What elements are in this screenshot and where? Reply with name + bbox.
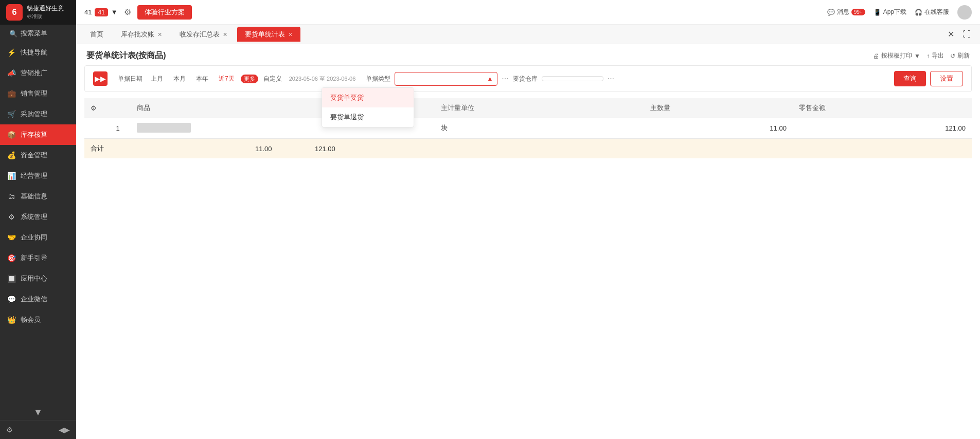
page-header: 要货单统计表(按商品) 🖨 按模板打印 ▼ ↑ 导出 ↺ 刷新 <box>76 44 980 65</box>
shortcut-more-badge[interactable]: 更多 <box>241 75 258 83</box>
sidebar-item-purchase[interactable]: 🛒 采购管理 <box>0 104 76 124</box>
warehouse-more-btn[interactable]: ··· <box>608 74 614 83</box>
sidebar-item-guide[interactable]: 🎯 新手引导 <box>0 248 76 268</box>
tab-order-close[interactable]: ✕ <box>288 31 293 38</box>
online-service-btn[interactable]: 🎧 在线客服 <box>915 8 949 16</box>
messages-label: 消息 <box>837 8 849 16</box>
print-label: 按模板打印 <box>881 51 912 60</box>
row-settings-cell <box>84 118 105 138</box>
tabs-close-all-btn[interactable]: ✕ <box>945 28 957 40</box>
sidebar-item-label: 基础信息 <box>21 192 47 201</box>
tab-collect-close[interactable]: ✕ <box>223 31 227 38</box>
tabs-bar: 首页 库存批次账 ✕ 收发存汇总表 ✕ 要货单统计表 ✕ ✕ ⛶ <box>76 25 980 44</box>
sidebar-item-finance[interactable]: 💰 资金管理 <box>0 145 76 166</box>
date-filter-label: 单据日期 <box>118 75 142 83</box>
filter-more-btn[interactable]: ··· <box>502 74 508 83</box>
main-area: 41 41 ▼ ⚙ 体验行业方案 💬 消息 99+ 📱 App下载 🎧 在线客服 <box>76 0 980 439</box>
sidebar-item-operations[interactable]: 📊 经营管理 <box>0 166 76 186</box>
app-download-btn[interactable]: 📱 App下载 <box>874 8 906 16</box>
refresh-btn[interactable]: ↺ 刷新 <box>950 51 970 60</box>
store-selector[interactable]: 41 41 ▼ <box>84 8 118 16</box>
sidebar-item-inventory[interactable]: 📦 库存核算 <box>0 124 76 145</box>
finance-icon: 💰 <box>6 150 16 160</box>
tab-batch[interactable]: 库存批次账 ✕ <box>113 27 170 42</box>
voucher-type-group: 单据类型 ▲ ··· 要货仓库 ··· <box>366 72 884 86</box>
dropdown-item-label: 要货单要货 <box>330 94 364 101</box>
sidebar-item-label: 资金管理 <box>21 151 47 160</box>
col-index-header <box>105 98 131 118</box>
tab-batch-close[interactable]: ✕ <box>157 31 162 38</box>
sidebar-item-system[interactable]: ⚙ 系统管理 <box>0 207 76 227</box>
sidebar-item-marketing[interactable]: 📣 营销推广 <box>0 63 76 83</box>
topbar-settings-btn[interactable]: ⚙ <box>124 7 131 17</box>
table-wrapper: ⚙ 商品 主计量单位 主数量 零售金额 <box>76 98 980 138</box>
sidebar-item-label: 库存核算 <box>21 130 47 139</box>
col-qty-header: 主数量 <box>644 98 793 118</box>
filter-expand-btn[interactable]: ▶▶ <box>93 71 108 86</box>
store-dropdown-icon: ▼ <box>111 8 118 16</box>
sidebar-item-enterprise[interactable]: 🤝 企业协同 <box>0 227 76 248</box>
page-title: 要货单统计表(按商品) <box>86 50 166 61</box>
brand-name: 畅捷通好生意 <box>27 5 64 13</box>
dropdown-item-order-goods[interactable]: 要货单要货 <box>322 88 414 107</box>
print-btn[interactable]: 🖨 按模板打印 ▼ <box>873 51 920 60</box>
sidebar-item-label: 采购管理 <box>21 109 47 119</box>
date-range-display: 2023-05-06 至 2023-06-06 <box>289 75 356 83</box>
date-shortcuts: 上月 本月 本年 近7天 更多 自定义 <box>147 74 285 84</box>
export-icon: ↑ <box>926 52 930 60</box>
voucher-type-select[interactable]: ▲ <box>395 72 497 86</box>
filter-actions: 查询 设置 <box>894 71 963 86</box>
export-label: 导出 <box>932 51 944 60</box>
inventory-icon: 📦 <box>6 130 16 140</box>
tab-order[interactable]: 要货单统计表 ✕ <box>237 27 300 42</box>
shortcut-7days[interactable]: 近7天 <box>215 74 239 84</box>
tabs-expand-btn[interactable]: ⛶ <box>959 29 974 40</box>
query-btn[interactable]: 查询 <box>894 71 926 86</box>
sidebar-header: 6 畅捷通好生意 标准版 <box>0 0 76 25</box>
sidebar: 6 畅捷通好生意 标准版 🔍 搜索菜单 ⚡ 快捷导航 📣 营销推广 💼 销售管理… <box>0 0 76 439</box>
sidebar-item-appcenter[interactable]: 🔲 应用中心 <box>0 268 76 289</box>
filter-settings-btn[interactable]: 设置 <box>930 71 963 86</box>
sidebar-item-label: 企业协同 <box>21 233 47 242</box>
sidebar-scroll-down[interactable]: ▼ <box>0 405 76 420</box>
row-qty-cell: 11.00 <box>644 118 793 138</box>
sidebar-item-member[interactable]: 👑 畅会员 <box>0 309 76 330</box>
sidebar-search[interactable]: 🔍 搜索菜单 <box>0 25 76 42</box>
enterprise-icon: 🤝 <box>6 232 16 243</box>
sidebar-item-wechat[interactable]: 💬 企业微信 <box>0 289 76 309</box>
tab-home[interactable]: 首页 <box>82 27 111 42</box>
operations-icon: 📊 <box>6 171 16 181</box>
sidebar-item-basic[interactable]: 🗂 基础信息 <box>0 186 76 207</box>
shortcut-this-month[interactable]: 本月 <box>169 74 190 84</box>
refresh-label: 刷新 <box>957 51 970 60</box>
user-avatar[interactable] <box>957 5 972 20</box>
shortcut-last-month[interactable]: 上月 <box>147 74 167 84</box>
voucher-type-value <box>399 75 461 83</box>
export-btn[interactable]: ↑ 导出 <box>926 51 944 60</box>
print-icon: 🖨 <box>873 52 879 60</box>
filter-area: ▶▶ 单据日期 上月 本月 本年 近7天 更多 自定义 2023-05-06 至… <box>84 65 972 92</box>
print-arrow-icon: ▼ <box>914 52 920 60</box>
store-number: 41 <box>84 8 92 16</box>
shortcut-this-year[interactable]: 本年 <box>192 74 212 84</box>
warehouse-label: 要货仓库 <box>513 75 538 83</box>
trial-industry-btn[interactable]: 体验行业方案 <box>137 5 192 20</box>
dropdown-item-return-goods[interactable]: 要货单退货 <box>322 107 414 127</box>
table-header-row: ⚙ 商品 主计量单位 主数量 零售金额 <box>84 98 972 118</box>
col-settings-header[interactable]: ⚙ <box>84 98 105 118</box>
sidebar-item-label: 快捷导航 <box>21 48 47 57</box>
settings-icon: ⚙ <box>91 104 97 112</box>
warehouse-select[interactable] <box>542 76 603 81</box>
topbar-left: 41 41 ▼ ⚙ 体验行业方案 <box>84 5 192 20</box>
tab-collect[interactable]: 收发存汇总表 ✕ <box>172 27 235 42</box>
sidebar-collapse-btn[interactable]: ◀▶ <box>59 426 70 434</box>
sidebar-item-shortcut[interactable]: ⚡ 快捷导航 <box>0 42 76 63</box>
refresh-icon: ↺ <box>950 52 955 60</box>
messages-btn[interactable]: 💬 消息 99+ <box>827 8 865 16</box>
sidebar-item-sales[interactable]: 💼 销售管理 <box>0 83 76 104</box>
sidebar-settings-icon[interactable]: ⚙ <box>6 426 13 434</box>
tab-home-label: 首页 <box>90 30 103 39</box>
wechat-icon: 💬 <box>6 294 16 304</box>
date-custom-btn[interactable]: 自定义 <box>260 74 285 84</box>
online-service-label: 在线客服 <box>924 8 949 16</box>
